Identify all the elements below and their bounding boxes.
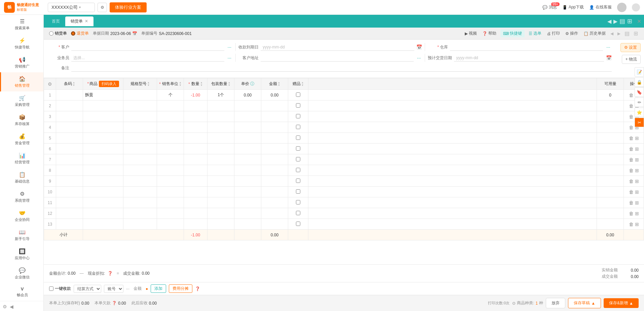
row-qty[interactable] [184,101,207,111]
price-info-icon[interactable]: ⓘ [250,81,254,86]
row-gift[interactable] [288,122,308,133]
account-select[interactable]: 账号 [104,285,123,293]
logistics-button[interactable]: + 物流 [622,55,641,64]
salesman-input[interactable] [71,54,224,62]
row-pkg[interactable] [207,133,234,144]
spec-input[interactable] [125,136,155,141]
save-new-button[interactable]: 保存&新增 ▲ [604,298,639,308]
row-spec[interactable] [123,219,157,230]
row-barcode[interactable] [56,90,83,101]
row-spec[interactable] [123,144,157,154]
online-service-group[interactable]: 👤 在线客服 [589,4,612,10]
warehouse-input[interactable]: 建材仓 [450,44,603,51]
row-price[interactable] [234,154,261,165]
row-spec[interactable] [123,133,157,144]
row-goods[interactable] [83,187,123,197]
sidebar-item-guide[interactable]: 📖 新手引导 [0,226,43,245]
th-settings[interactable]: ⚙ [44,78,56,90]
row-unit[interactable]: 个 [157,90,184,101]
row-barcode[interactable] [56,165,83,176]
goods-input[interactable] [85,136,121,141]
row-barcode[interactable] [56,144,83,154]
row-qty[interactable] [184,208,207,219]
rf-edit-btn[interactable]: ✏ [635,98,644,107]
row-amount[interactable]: 0.00 [261,90,288,101]
gift-checkbox[interactable] [296,211,300,215]
row-pkg[interactable] [207,197,234,208]
copy-row-icon[interactable]: ⊞ [635,222,639,227]
goods-input[interactable] [85,200,121,205]
tab-list-view-icon[interactable]: ⊞ [627,17,632,25]
row-spec[interactable] [123,111,157,122]
row-amount[interactable] [261,187,288,197]
row-spec[interactable] [123,208,157,219]
row-pkg[interactable] [207,154,234,165]
gift-checkbox[interactable] [296,179,300,183]
row-pkg[interactable] [207,219,234,230]
spec-input[interactable] [125,200,155,205]
row-unit[interactable] [157,122,184,133]
copy-row-icon[interactable]: ⊞ [635,146,639,152]
row-price[interactable] [234,176,261,187]
row-qty[interactable] [184,122,207,133]
row-amount[interactable] [261,154,288,165]
delete-row-icon[interactable]: 🗑 [629,114,634,119]
spec-input[interactable] [125,190,155,194]
row-barcode[interactable] [56,122,83,133]
avatar[interactable] [617,3,627,12]
expense-info-icon[interactable]: ❓ [195,286,200,291]
row-goods[interactable] [83,101,123,111]
barcode-input[interactable] [58,222,81,227]
gift-checkbox[interactable] [296,157,300,161]
barcode-input[interactable] [58,93,81,98]
spec-input[interactable] [125,125,155,130]
row-barcode[interactable] [56,133,83,144]
row-amount[interactable] [261,197,288,208]
copy-row-icon[interactable]: ⊞ [635,168,639,173]
row-unit[interactable] [157,133,184,144]
add-icon[interactable]: ● [146,286,148,291]
sidebar-item-basic-info[interactable]: 📋 基础信息 [0,168,43,187]
note-input[interactable] [71,65,612,72]
delete-row-icon[interactable]: 🗑 [629,146,634,152]
row-amount[interactable] [261,176,288,187]
save-draft-button[interactable]: 保存草稿 ▲ [568,298,601,308]
row-amount[interactable] [261,122,288,133]
delete-row-icon[interactable]: 🗑 [629,168,634,173]
row-gift[interactable] [288,90,308,101]
row-gift[interactable] [288,219,308,230]
expected-date-cal-icon[interactable]: 📅 [606,55,612,61]
gift-checkbox[interactable] [296,92,300,97]
row-gift[interactable] [288,165,308,176]
row-qty[interactable] [184,111,207,122]
quick-collect-checkbox[interactable]: 一键收款 [49,286,71,291]
row-amount[interactable] [261,111,288,122]
row-price[interactable]: 0.00 [234,90,261,101]
barcode-input[interactable] [58,104,81,108]
row-amount[interactable] [261,144,288,154]
calc-method-select[interactable]: 结算方式 [74,285,101,293]
sidebar-item-finance[interactable]: 💰 资金管理 [0,130,43,149]
sidebar-item-system[interactable]: ⚙ 系统管理 [0,187,43,206]
customer-input[interactable] [71,44,224,51]
row-price[interactable] [234,144,261,154]
toolbar-operation-btn[interactable]: ⚙ 操作 [564,30,579,37]
row-price[interactable] [234,101,261,111]
sidebar-item-purchase[interactable]: 🛒 采购管理 [0,91,43,111]
row-amount[interactable] [261,133,288,144]
goods-input[interactable] [85,104,121,108]
row-unit[interactable] [157,144,184,154]
company-selector[interactable]: XXXXXX公司 ▾ [48,3,95,12]
row-goods[interactable] [83,176,123,187]
toolbar-help-btn[interactable]: ❓ 帮助 [481,30,498,37]
row-gift[interactable] [288,144,308,154]
row-price[interactable] [234,111,261,122]
sidebar-item-inventory[interactable]: 📦 库存核算 [0,111,43,130]
row-goods[interactable] [83,197,123,208]
payment-date-input[interactable] [261,44,414,51]
row-gift[interactable] [288,133,308,144]
spec-input[interactable] [125,222,155,227]
row-spec[interactable] [123,165,157,176]
page-close-icon[interactable]: ✕ [637,18,641,25]
delete-row-icon[interactable]: 🗑 [629,92,634,98]
